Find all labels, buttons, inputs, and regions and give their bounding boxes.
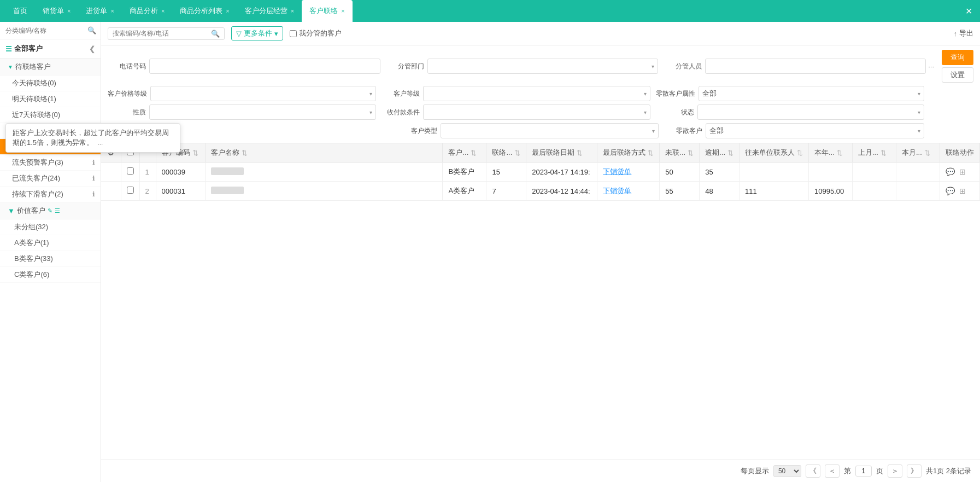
nav-tab-product-analysis[interactable]: 商品分析 × xyxy=(122,0,172,22)
td-year-1 xyxy=(809,162,853,182)
close-contact-tab-icon[interactable]: × xyxy=(341,8,344,14)
td-method-1[interactable]: 下销货单 xyxy=(597,162,660,182)
filter-phone-input[interactable] xyxy=(149,59,380,74)
my-customers-checkbox-area[interactable]: 我分管的客户 xyxy=(290,28,342,38)
filter-person: 分管人员 ··· xyxy=(664,59,936,74)
last-page-button[interactable]: 》 xyxy=(907,464,922,478)
filter-person-dots[interactable]: ··· xyxy=(926,62,936,71)
close-all-tabs-icon[interactable]: ✕ xyxy=(965,6,972,16)
close-sales-tab-icon[interactable]: × xyxy=(67,8,71,14)
page-number-input[interactable] xyxy=(855,466,872,477)
td-action-2: 💬 ⊞ xyxy=(940,182,980,201)
td-checkbox-2[interactable] xyxy=(121,182,139,201)
td-checkbox-1[interactable] xyxy=(121,162,139,182)
filter-dept-select[interactable]: ▾ xyxy=(427,59,659,74)
filter-action-buttons: 查询 设置 xyxy=(942,50,973,83)
sidebar-search-icon[interactable]: 🔍 xyxy=(87,26,96,34)
sidebar-item-churn-warning[interactable]: 流失预警客户(3) ℹ xyxy=(0,155,101,171)
next-page-button[interactable]: ＞ xyxy=(888,464,902,478)
filter-customer-type-select[interactable]: ▾ xyxy=(441,123,659,138)
filter-icon: ▽ xyxy=(236,30,242,38)
th-this-month[interactable]: 本月... ⇅ xyxy=(896,143,940,162)
th-contact-count[interactable]: 联络... ⇅ xyxy=(486,143,526,162)
filter-retail-attr-select[interactable]: 全部▾ xyxy=(699,86,924,101)
nav-tab-sales[interactable]: 销货单 × xyxy=(35,0,78,22)
sidebar-item-tomorrow-contact[interactable]: 明天待联络(1) xyxy=(0,91,101,107)
filter-status-select[interactable]: ▾ xyxy=(697,104,924,120)
my-customers-checkbox[interactable] xyxy=(290,30,297,37)
prev-page-button[interactable]: ＜ xyxy=(825,464,840,478)
filter-bar: 🔍 ▽ 更多条件 ▾ 我分管的客户 ↑ 导出 xyxy=(101,22,980,45)
query-button[interactable]: 查询 xyxy=(942,50,973,65)
close-purchase-tab-icon[interactable]: × xyxy=(110,8,114,14)
th-customer-type[interactable]: 客户... ⇅ xyxy=(443,143,486,162)
sidebar-group-waiting-contact[interactable]: ▼ 待联络客户 xyxy=(0,59,101,76)
td-lastmonth-1 xyxy=(853,162,896,182)
th-last-contact-method[interactable]: 最后联络方式 ⇅ xyxy=(597,143,660,162)
th-year-amount[interactable]: 本年... ⇅ xyxy=(809,143,853,162)
td-thismonth-1 xyxy=(896,162,940,182)
chevron-down-icon: ▾ xyxy=(274,30,278,38)
nav-tab-customer-contact[interactable]: 客户联络 × xyxy=(302,0,352,22)
filter-customer-level-select[interactable]: ▾ xyxy=(423,86,650,101)
sidebar-item-churned[interactable]: 已流失客户(24) ℹ xyxy=(0,171,101,187)
th-overdue-days[interactable]: 逾期... ⇅ xyxy=(700,143,740,162)
close-list-tab-icon[interactable]: × xyxy=(226,8,229,14)
sidebar-item-today-contact[interactable]: 今天待联络(0) xyxy=(0,76,101,91)
td-type-2: A类客户 xyxy=(443,182,486,201)
th-last-contact-date[interactable]: 最后联络日期 ⇅ xyxy=(526,143,597,162)
filter-price-level-select[interactable]: ▾ xyxy=(150,86,376,101)
table-header-row: ⚙ 客户编码 ⇅ 客户名称 xyxy=(101,143,980,162)
settings-button[interactable]: 设置 xyxy=(942,67,973,83)
row-checkbox-2[interactable] xyxy=(127,187,134,194)
row-checkbox-1[interactable] xyxy=(127,167,134,175)
filter-payment-select[interactable]: ▾ xyxy=(423,104,650,120)
first-page-button[interactable]: 《 xyxy=(806,464,820,478)
filter-customer-level: 客户等级 ▾ xyxy=(382,86,650,101)
td-thismonth-2 xyxy=(896,182,940,201)
sidebar-all-customers-header: ☰ 全部客户 ❮ xyxy=(0,39,101,59)
info-icon-declining: ℹ xyxy=(92,190,95,198)
td-name-1 xyxy=(205,162,443,182)
td-method-2[interactable]: 下销货单 xyxy=(597,182,660,201)
edit-subgroup-icon[interactable]: ✎ xyxy=(48,207,52,214)
sidebar-item-class-b[interactable]: B类客户(33) xyxy=(0,251,101,267)
td-year-2: 10995.00 xyxy=(809,182,853,201)
add-subgroup-icon[interactable]: ☰ xyxy=(55,207,60,214)
close-analysis-tab-icon[interactable]: × xyxy=(161,8,165,14)
filter-retail-customer-select[interactable]: 全部▾ xyxy=(706,123,924,138)
close-segment-tab-icon[interactable]: × xyxy=(291,8,294,14)
contact-icon-2[interactable]: 💬 xyxy=(946,187,955,195)
more-filters-button[interactable]: ▽ 更多条件 ▾ xyxy=(231,26,283,40)
td-code-2: 000031 xyxy=(156,182,205,201)
sidebar-collapse-icon[interactable]: ❮ xyxy=(89,45,95,53)
td-lastmonth-2 xyxy=(853,182,896,201)
nav-tab-customer-segment[interactable]: 客户分层经营 × xyxy=(237,0,302,22)
th-customer-name[interactable]: 客户名称 ⇅ xyxy=(205,143,443,162)
export-button[interactable]: ↑ 导出 xyxy=(954,28,974,38)
nav-tab-purchase[interactable]: 进货单 × xyxy=(78,0,121,22)
th-uncontact-days[interactable]: 未联... ⇅ xyxy=(660,143,700,162)
sidebar-item-7days-contact[interactable]: 近7天待联络(0) xyxy=(0,107,101,123)
th-contact-person[interactable]: 往来单位联系人 ⇅ xyxy=(740,143,809,162)
nav-tab-home[interactable]: 首页 xyxy=(5,0,35,22)
table-row: 2 000031 A类客户 7 2023-04-12 14:44: 下销货单 5… xyxy=(101,182,980,201)
sidebar-item-class-a[interactable]: A类客户(1) xyxy=(0,235,101,251)
sidebar-item-unclassified[interactable]: 未分组(32) xyxy=(0,219,101,235)
contact-icon-1[interactable]: 💬 xyxy=(946,167,955,176)
sidebar-subgroup-value-customers[interactable]: ▼ 价值客户 ✎ ☰ xyxy=(0,202,101,219)
main-search-input[interactable] xyxy=(113,30,211,37)
filter-nature-select[interactable]: ▾ xyxy=(149,104,376,120)
sidebar-item-class-c[interactable]: C类客户(6) xyxy=(0,267,101,283)
nav-tab-product-list[interactable]: 商品分析列表 × xyxy=(172,0,237,22)
sidebar-search-input[interactable] xyxy=(5,27,87,34)
sidebar-item-declining[interactable]: 持续下滑客户(2) ℹ xyxy=(0,187,101,202)
th-last-month[interactable]: 上月... ⇅ xyxy=(853,143,896,162)
td-date-1: 2023-04-17 14:19: xyxy=(526,162,597,182)
filter-person-input[interactable] xyxy=(705,59,926,74)
main-search-icon[interactable]: 🔍 xyxy=(211,30,220,38)
sort-year-icon: ⇅ xyxy=(837,149,843,157)
more-action-icon-2[interactable]: ⊞ xyxy=(959,187,966,195)
more-action-icon-1[interactable]: ⊞ xyxy=(959,167,966,176)
per-page-select[interactable]: 50 100 200 xyxy=(773,465,801,477)
